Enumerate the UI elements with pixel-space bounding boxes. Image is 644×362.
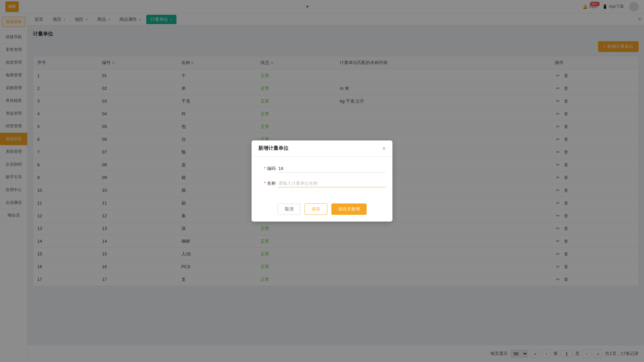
name-label: * 名称 xyxy=(258,180,278,186)
modal-close-button[interactable]: × xyxy=(382,145,386,152)
save-button[interactable]: 保存 xyxy=(305,203,327,215)
code-label: * 编码 xyxy=(258,166,278,172)
add-unit-modal: 新增计量单位 × * 编码 * 名称 取消 保存 保存并新增 xyxy=(252,140,392,222)
save-and-new-button[interactable]: 保存并新增 xyxy=(331,203,367,215)
code-input[interactable] xyxy=(278,165,386,173)
code-required-mark: * xyxy=(264,166,266,171)
cancel-button[interactable]: 取消 xyxy=(278,203,301,215)
name-input[interactable] xyxy=(278,179,386,187)
modal-footer: 取消 保存 保存并新增 xyxy=(252,199,392,222)
modal-title: 新增计量单位 xyxy=(258,145,288,152)
name-required-mark: * xyxy=(264,181,266,186)
name-form-row: * 名称 xyxy=(258,179,386,187)
modal-body: * 编码 * 名称 xyxy=(252,157,392,199)
code-form-row: * 编码 xyxy=(258,165,386,173)
modal-header: 新增计量单位 × xyxy=(252,140,392,157)
modal-overlay[interactable]: 新增计量单位 × * 编码 * 名称 取消 保存 保存并新增 xyxy=(0,0,644,362)
